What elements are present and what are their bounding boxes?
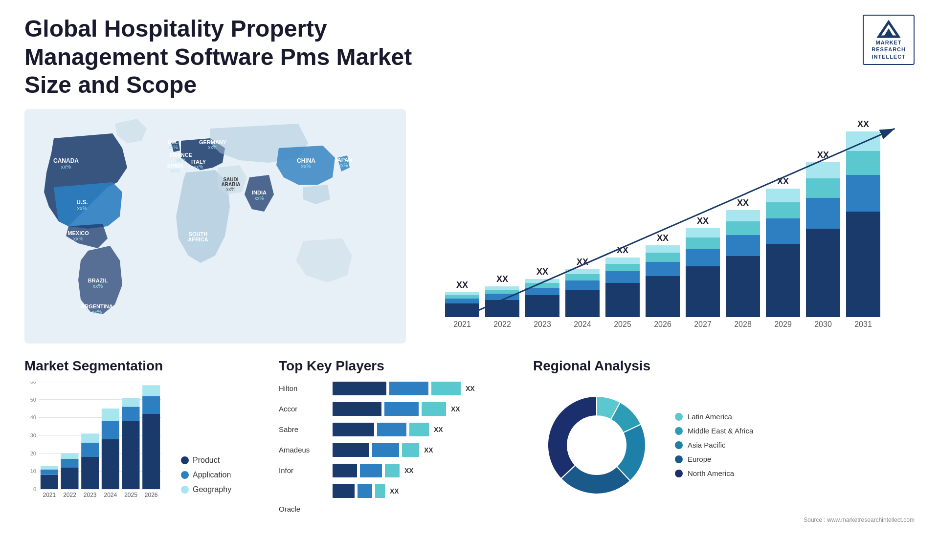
bar-segment [646,245,680,253]
player-bar-seg3 [431,382,461,395]
bar-segment [726,221,760,235]
seg-inner: 0102030405060202120222023202420252026 Pr… [24,382,259,509]
segmentation-container: Market Segmentation 01020304050602021202… [24,358,259,523]
player-row: AmadeusXX [279,443,514,457]
player-bar-seg1 [333,464,357,477]
map-container: CANADA xx% U.S. xx% MEXICO xx% BRAZIL xx… [24,109,406,344]
seg-legend-label: Product [193,456,220,465]
bar-year-label: 2027 [694,320,712,329]
player-bar-seg1 [333,484,355,498]
svg-text:60: 60 [30,382,36,385]
player-bar-seg2 [358,484,372,498]
bar-segment [686,237,720,249]
player-bar-wrap: XX [333,464,514,477]
page-title: Global Hospitality Property Management S… [24,15,465,99]
regional-legend-label: Middle East & Africa [688,427,753,435]
player-row: SabreXX [279,423,514,436]
bar-label-top: XX [577,257,588,267]
oracle-label: Oracle [279,505,514,513]
bar-group: XX2029 [766,176,800,329]
bar-segment [646,253,680,262]
bar-group: XX2023 [525,267,559,329]
bar-segment [646,276,680,317]
player-name: Sabre [279,425,328,433]
page: Global Hospitality Property Management S… [0,0,939,560]
bar-segment [525,288,559,295]
player-bar-seg1 [333,423,374,436]
bar-segment [846,212,880,317]
bar-segment [565,269,600,274]
logo-text: MARKET RESEARCH INTELLECT [872,39,906,60]
bar-segment [565,274,600,280]
bar-segment [766,202,800,218]
seg-legend: ProductApplicationGeography [181,456,231,509]
bar-chart-inner: XX2021XX2022XX2023XX2024XX2025XX2026XX20… [440,109,915,344]
seg-legend-label: Application [193,471,231,479]
bar-year-label: 2026 [654,320,671,329]
bar-segment [806,162,840,178]
bar-label-top: XX [817,150,829,160]
svg-text:AFRICA: AFRICA [188,237,208,242]
regional-legend-label: Asia Pacific [688,441,726,449]
player-bar-xx: XX [404,467,414,474]
bar-group: XX2030 [806,150,840,329]
players-container: Top Key Players HiltonXXAccorXXSabreXXAm… [279,358,514,523]
bar-stack [686,228,720,317]
bar-stack [445,292,479,317]
regional-legend: Latin AmericaMiddle East & AfricaAsia Pa… [675,412,753,477]
bar-stack [525,279,559,317]
top-section: CANADA xx% U.S. xx% MEXICO xx% BRAZIL xx… [24,109,915,344]
bar-year-label: 2024 [574,320,591,329]
svg-text:40: 40 [30,414,36,420]
player-name: Hilton [279,384,328,392]
player-bar-wrap: XX [333,402,514,416]
player-bar-seg3 [422,402,446,416]
seg-legend-label: Geography [193,485,231,494]
players-title: Top Key Players [279,358,514,374]
svg-text:xx%: xx% [226,187,236,192]
bar-group: XX2031 [846,119,880,329]
regional-legend-dot [675,441,683,449]
player-name: Infor [279,466,328,474]
bar-stack [605,258,640,317]
bar-stack [646,245,680,317]
player-bar-seg1 [333,402,381,416]
bar-group: XX2028 [726,198,760,329]
bar-segment [726,210,760,221]
bar-segment [726,256,760,317]
bar-segment [445,299,479,303]
regional-legend-dot [675,455,683,463]
regional-legend-label: Latin America [688,412,732,421]
svg-text:2022: 2022 [63,492,76,498]
logo: MARKET RESEARCH INTELLECT [863,15,915,65]
svg-text:xx%: xx% [93,283,103,289]
player-bar-wrap: XX [333,484,514,498]
bar-label-top: XX [456,280,468,290]
svg-rect-67 [122,421,140,489]
bar-segment [646,262,680,276]
bar-segment [485,294,519,300]
bar-segment [766,218,800,244]
segmentation-title: Market Segmentation [24,358,259,374]
regional-legend-label: North America [688,469,734,477]
player-bar-seg2 [377,423,406,436]
player-name: Amadeus [279,446,328,454]
bar-group: XX2027 [686,216,720,329]
bar-stack [766,189,800,317]
svg-rect-68 [122,407,140,421]
bar-group: XX2025 [605,245,640,329]
svg-rect-52 [41,469,58,474]
regional-title: Regional Analysis [533,358,915,374]
regional-legend-item: North America [675,469,753,477]
player-bar-wrap: XX [333,382,514,395]
regional-legend-item: Asia Pacific [675,441,753,449]
player-bar-wrap: XX [333,443,514,457]
bar-segment [686,228,720,237]
svg-text:2025: 2025 [124,492,137,498]
source-text: Source : www.marketresearchintellect.com [533,517,915,523]
bar-stack [726,210,760,317]
bar-segment [846,131,880,151]
bar-stack [565,269,600,317]
regional-inner: Latin AmericaMiddle East & AfricaAsia Pa… [533,382,915,509]
player-bar-wrap: XX [333,423,514,436]
